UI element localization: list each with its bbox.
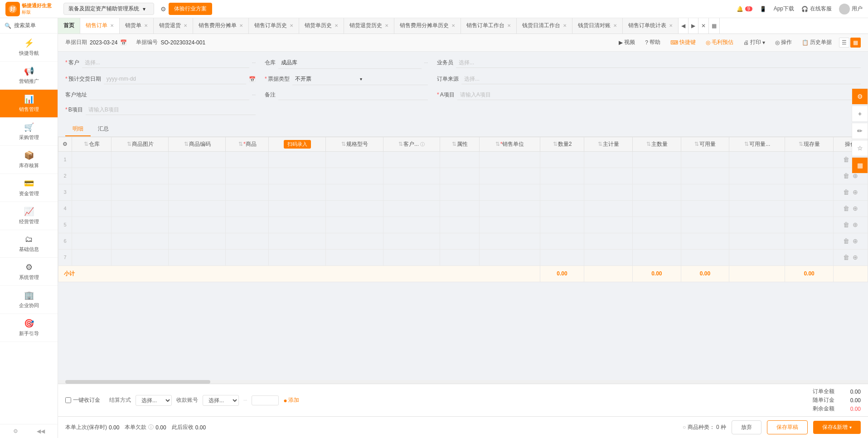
- tab-sales-summary[interactable]: 销售订单统计表 ✕: [623, 18, 679, 34]
- tab-nav-prev[interactable]: ◀: [679, 18, 689, 34]
- tab-close-sales-return[interactable]: ✕: [144, 23, 148, 28]
- history-btn[interactable]: 📋 历史单据: [799, 38, 834, 47]
- settings-gear-icon[interactable]: ⚙: [158, 4, 169, 14]
- industry-btn[interactable]: 体验行业方案: [169, 3, 212, 15]
- tab-close-sales-order[interactable]: ✕: [110, 23, 114, 28]
- tab-sales-return-goods-history[interactable]: 销货退货历史 ✕: [344, 18, 394, 34]
- row-delete-2[interactable]: 🗑: [842, 171, 850, 180]
- sidebar-item-guide[interactable]: 🎯 新手引导: [0, 314, 58, 342]
- save-new-btn[interactable]: 保存&新增 ▾: [813, 421, 861, 434]
- customer-address-dots-btn[interactable]: ···: [252, 92, 256, 97]
- tab-nav-next[interactable]: ▶: [689, 18, 698, 34]
- account-dots-btn[interactable]: ···: [243, 398, 247, 403]
- delivery-date-input[interactable]: [104, 74, 246, 84]
- account-select[interactable]: 选择...: [203, 395, 239, 406]
- scrollbar-thumb[interactable]: [65, 380, 210, 384]
- tab-close-sales-summary[interactable]: ✕: [669, 23, 673, 28]
- sort-sales-unit[interactable]: ⇅: [495, 141, 500, 147]
- amount-input[interactable]: 0.00: [252, 395, 279, 405]
- float-settings-btn[interactable]: ⚙: [852, 88, 868, 105]
- sidebar-item-finance[interactable]: 💳 资金管理: [0, 174, 58, 202]
- tab-nav-close[interactable]: ✕: [698, 18, 709, 34]
- sidebar-item-marketing[interactable]: 📢 营销推广: [0, 62, 58, 90]
- tab-sales-order-history[interactable]: 销售订单历史 ✕: [249, 18, 299, 34]
- profit-btn[interactable]: ◎ 毛利预估: [703, 38, 736, 47]
- sort-product-image[interactable]: ⇅: [127, 141, 131, 147]
- sort-product[interactable]: ⇅: [238, 141, 243, 147]
- current-order-info[interactable]: ⓘ: [148, 424, 154, 431]
- float-qr-btn[interactable]: ▦: [852, 157, 868, 173]
- sidebar-item-enterprise[interactable]: 🏢 企业协同: [0, 286, 58, 314]
- sidebar-item-system[interactable]: ⚙ 系统管理: [0, 258, 58, 286]
- preview-btn[interactable]: ▶ 视频: [616, 38, 638, 47]
- sort-customer-code[interactable]: ⇅: [398, 141, 403, 147]
- date-value[interactable]: 2023-03-24: [90, 39, 117, 46]
- order-source-input[interactable]: [461, 74, 861, 84]
- float-add-btn[interactable]: +: [852, 106, 868, 122]
- salesperson-input[interactable]: [456, 58, 861, 68]
- scan-btn[interactable]: 扫码录入: [284, 140, 311, 149]
- tab-sales-return[interactable]: 销货单 ✕: [120, 18, 154, 34]
- one-click-checkbox-label[interactable]: 一键收订金: [65, 396, 100, 404]
- save-new-arrow[interactable]: ▾: [849, 425, 852, 430]
- invoice-type-select[interactable]: 不开票 ▾: [292, 73, 428, 85]
- customer-code-info-icon[interactable]: ⓘ: [420, 142, 425, 147]
- layout-grid-btn[interactable]: ▦: [850, 38, 861, 48]
- a-project-input[interactable]: [457, 90, 861, 100]
- one-click-checkbox[interactable]: [65, 397, 71, 403]
- tab-close-cash-daily-workbench[interactable]: ✕: [563, 23, 567, 28]
- horizontal-scrollbar[interactable]: [58, 380, 868, 384]
- user-area[interactable]: 用户: [839, 4, 863, 14]
- tab-close-sales-fee-split[interactable]: ✕: [239, 23, 243, 28]
- sort-attribute[interactable]: ⇅: [452, 141, 456, 147]
- customer-address-input[interactable]: [90, 90, 249, 100]
- operations-btn[interactable]: ◎ 操作: [772, 38, 795, 47]
- print-btn[interactable]: 🖨 打印 ▾: [741, 38, 768, 47]
- tab-close-sales-fee-split-history[interactable]: ✕: [451, 23, 455, 28]
- row-delete-4[interactable]: 🗑: [842, 204, 850, 213]
- row-copy-3[interactable]: ⊕: [852, 188, 859, 197]
- warehouse-dots-btn[interactable]: ···: [424, 60, 428, 65]
- row-copy-4[interactable]: ⊕: [852, 204, 859, 213]
- tab-sales-return-goods[interactable]: 销货退货 ✕: [154, 18, 193, 34]
- tab-detail[interactable]: 明细: [65, 122, 91, 136]
- sidebar-item-search[interactable]: 🔍 搜索菜单: [0, 18, 58, 34]
- tab-close-sales-order-history[interactable]: ✕: [290, 23, 293, 28]
- sort-warehouse[interactable]: ⇅: [84, 141, 88, 147]
- sidebar-collapse-icon[interactable]: ◀◀: [37, 428, 45, 434]
- tab-close-sales-return-history[interactable]: ✕: [335, 23, 338, 28]
- sidebar-item-sales[interactable]: 📊 销售管理: [0, 90, 58, 118]
- layout-list-btn[interactable]: ☰: [839, 38, 849, 48]
- row-delete-1[interactable]: 🗑: [842, 155, 850, 164]
- tab-cash-daily-workbench[interactable]: 钱货日清工作台 ✕: [517, 18, 572, 34]
- add-btn[interactable]: ● 添加: [283, 396, 299, 404]
- b-project-input[interactable]: [86, 105, 256, 115]
- tab-sales-fee-split[interactable]: 销售费用分摊单 ✕: [193, 18, 249, 34]
- tab-sales-order-workbench[interactable]: 销售订单工作台 ✕: [461, 18, 517, 34]
- th-settings[interactable]: ⚙: [58, 137, 72, 151]
- sort-spec[interactable]: ⇅: [341, 141, 346, 147]
- product-count-icon[interactable]: ○: [683, 424, 686, 430]
- sort-main-qty[interactable]: ⇅: [646, 141, 651, 147]
- note-input[interactable]: [278, 90, 428, 100]
- system-selector[interactable]: 装备及固定资产辅助管理系统 ▾: [63, 3, 154, 15]
- warehouse-value[interactable]: 成品库: [278, 57, 422, 69]
- sidebar-settings-icon[interactable]: ⚙: [13, 428, 18, 434]
- payment-method-select[interactable]: 选择...: [136, 395, 172, 406]
- tab-close-sales-return-goods[interactable]: ✕: [184, 23, 187, 28]
- tab-sales-fee-split-history[interactable]: 销售费用分摊单历史 ✕: [394, 18, 461, 34]
- customer-input[interactable]: [82, 58, 249, 68]
- sidebar-item-purchase[interactable]: 🛒 采购管理: [0, 118, 58, 146]
- row-copy-5[interactable]: ⊕: [852, 220, 859, 229]
- shortcut-btn[interactable]: ⌨ 快捷键: [668, 38, 698, 47]
- sort-product-code[interactable]: ⇅: [184, 141, 189, 147]
- tab-close-sales-return-goods-history[interactable]: ✕: [385, 23, 388, 28]
- row-delete-7[interactable]: 🗑: [842, 253, 850, 262]
- tab-summary[interactable]: 汇总: [91, 122, 116, 136]
- row-copy-7[interactable]: ⊕: [852, 253, 859, 262]
- row-delete-5[interactable]: 🗑: [842, 220, 850, 229]
- notifications-btn[interactable]: 🔔 9: [737, 6, 752, 12]
- sidebar-item-operations[interactable]: 📈 经营管理: [0, 202, 58, 230]
- help-btn[interactable]: ? 帮助: [642, 38, 663, 47]
- row-delete-3[interactable]: 🗑: [842, 188, 850, 197]
